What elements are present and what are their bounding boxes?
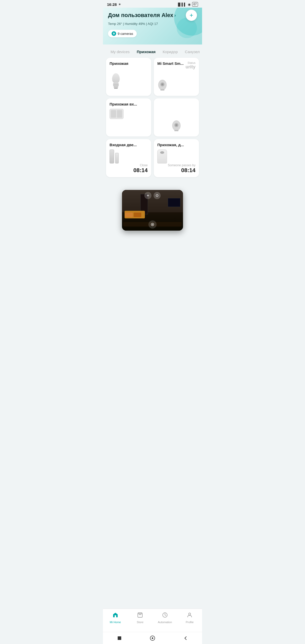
device-title-switch: Прихожая вх... <box>110 102 148 106</box>
device-title-door: Входная две... <box>110 143 148 147</box>
mi-home-icon <box>112 612 118 620</box>
svg-rect-13 <box>138 614 142 617</box>
environment-status: Temp 26° | Humidity 49% | AQI 17 <box>108 22 197 26</box>
profile-icon <box>187 612 193 620</box>
device-card-switch[interactable]: Прихожая вх... <box>106 98 151 137</box>
device-card-camera2[interactable] <box>154 98 199 137</box>
tabs-row: My devices Прихожая Коридор Санузел <box>103 44 202 58</box>
svg-rect-5 <box>160 89 164 91</box>
camera-ctrl-bottom[interactable] <box>148 220 157 229</box>
nav-store[interactable]: Store <box>128 611 153 625</box>
android-back-button[interactable] <box>183 636 188 640</box>
android-recents-button[interactable] <box>117 636 122 640</box>
nav-store-label: Store <box>137 621 143 624</box>
status-time: 16:28 <box>107 2 117 7</box>
camera2-icon <box>171 119 181 133</box>
nav-mi-home-label: Mi Home <box>110 621 121 624</box>
home-title-chevron: › <box>174 13 176 18</box>
battery-icon: 67 <box>192 2 198 7</box>
android-nav-bar <box>103 632 202 644</box>
nav-profile-label: Profile <box>186 621 194 624</box>
nav-mi-home[interactable]: Mi Home <box>103 611 128 625</box>
tab-koridor[interactable]: Коридор <box>159 49 181 55</box>
svg-point-8 <box>175 124 177 126</box>
camera-status: Status urity <box>186 61 195 70</box>
svg-point-18 <box>152 637 153 639</box>
svg-rect-9 <box>174 130 178 131</box>
svg-point-10 <box>156 194 158 197</box>
camera-badge[interactable]: 9 cameras <box>108 30 137 37</box>
device-grid: Прихожая Mi Smart Sm... Status urity <box>103 58 202 180</box>
signal-icon: ▐▌▌▌ <box>177 3 186 6</box>
camera-device-icon <box>157 79 167 92</box>
door-status: Close 08:14 <box>133 163 148 174</box>
automation-icon <box>162 612 168 620</box>
camera-badge-icon <box>112 31 116 36</box>
switch-icon <box>110 109 148 119</box>
nav-profile[interactable]: Profile <box>177 611 202 625</box>
home-title[interactable]: Дом пользователя Alex › <box>108 12 176 19</box>
status-icons: ▐▌▌▌ ◉ 67 <box>177 2 198 7</box>
security-label: urity <box>186 64 195 70</box>
android-home-button[interactable] <box>150 636 155 641</box>
tabs-container: My devices Прихожая Коридор Санузел <box>103 44 202 58</box>
svg-point-1 <box>114 33 114 34</box>
add-device-button[interactable]: + <box>186 10 197 21</box>
svg-point-12 <box>152 224 153 225</box>
camera-ctrl-1[interactable] <box>144 192 151 199</box>
svg-point-4 <box>161 83 163 85</box>
svg-point-15 <box>189 613 191 615</box>
device-grid-container: Прихожая Mi Smart Sm... Status urity <box>103 58 202 180</box>
svg-rect-16 <box>118 636 121 640</box>
wifi-icon: ◉ <box>188 3 191 6</box>
device-card-door-sensor[interactable]: Входная две... Close 08:14 <box>106 139 151 177</box>
status-bar: 16:28 ✶ ▐▌▌▌ ◉ 67 <box>103 0 202 8</box>
bluetooth-icon: ✶ <box>118 2 121 6</box>
device-title-bulb: Прихожая <box>110 61 148 66</box>
header-area: Дом пользователя Alex › + Temp 26° | Hum… <box>103 8 202 44</box>
device-card-bulb[interactable]: Прихожая <box>106 58 151 96</box>
nav-automation[interactable]: Automation <box>152 611 177 625</box>
device-card-motion-sensor[interactable]: Прихожая, д... Someone passes by 08:14 <box>154 139 199 177</box>
door-sensor-icon <box>110 149 148 163</box>
bottom-nav: Mi Home Store Automation Profile <box>103 609 202 632</box>
tab-prikhozaya[interactable]: Прихожая <box>133 49 159 55</box>
device-card-camera[interactable]: Mi Smart Sm... Status urity <box>154 58 199 96</box>
camera-controls <box>144 192 161 199</box>
tab-my-devices[interactable]: My devices <box>107 49 133 55</box>
tab-sanuzel[interactable]: Санузел <box>181 49 202 55</box>
store-icon <box>137 612 143 620</box>
camera-live-overlay[interactable] <box>122 190 183 231</box>
bulb-icon <box>110 68 122 91</box>
camera-ctrl-2[interactable] <box>154 192 161 199</box>
motion-sensor-icon <box>157 149 195 163</box>
nav-automation-label: Automation <box>158 621 172 624</box>
motion-status: Someone passes by 08:14 <box>168 163 195 174</box>
device-title-motion: Прихожая, д... <box>157 143 195 147</box>
